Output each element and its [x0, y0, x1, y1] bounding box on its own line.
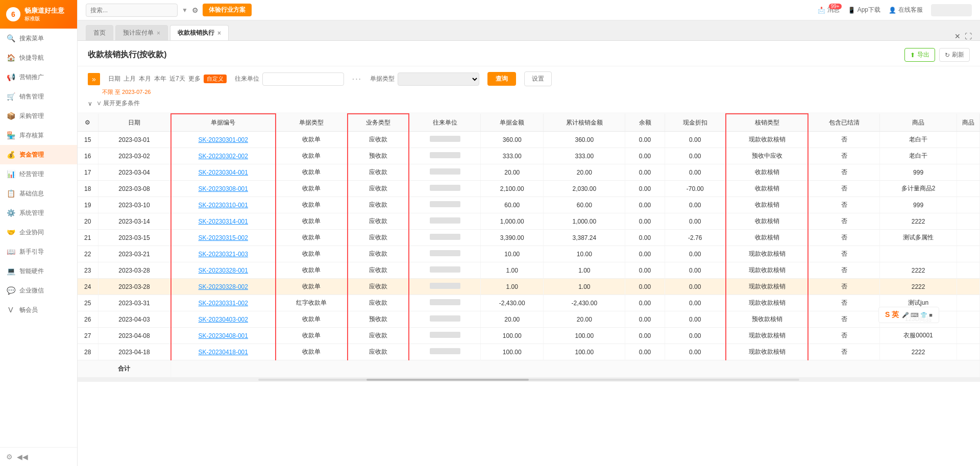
sidebar-item-operation[interactable]: 📊 经营管理 — [0, 164, 77, 184]
col-doc-no[interactable]: 单据编号 — [171, 114, 276, 132]
close-all-icon[interactable]: ✕ — [954, 32, 961, 40]
breadcrumb-input[interactable] — [86, 4, 178, 17]
cell-biz-type: 预收款 — [348, 311, 409, 328]
query-button[interactable]: 查询 — [487, 72, 516, 86]
doc-no-link[interactable]: SK-20230331-002 — [199, 300, 248, 307]
date-this-month[interactable]: 本月 — [139, 75, 151, 83]
wechat-icon: 💬 — [6, 286, 15, 295]
doc-no-link[interactable]: SK-20230321-003 — [199, 251, 248, 258]
tab-collection-label: 收款核销执行 — [178, 29, 214, 37]
sidebar-item-guide[interactable]: 📖 新手引导 — [0, 242, 77, 261]
doc-no-link[interactable]: SK-20230408-001 — [199, 332, 248, 339]
cell-goods1: 999 — [880, 164, 957, 181]
tab-collection[interactable]: 收款核销执行 × — [170, 25, 229, 40]
col-goods1[interactable]: 商品 — [880, 114, 957, 132]
doc-no-link[interactable]: SK-20230314-001 — [199, 218, 248, 225]
date-7days[interactable]: 近7天 — [169, 75, 185, 83]
col-goods2[interactable]: 商品 — [957, 114, 980, 132]
tab-prepay-close[interactable]: × — [157, 30, 160, 37]
sidebar-item-sales[interactable]: 🛒 销售管理 — [0, 87, 77, 106]
col-include-settled[interactable]: 包含已结清 — [808, 114, 879, 132]
tab-prepay[interactable]: 预计应付单 × — [115, 25, 168, 40]
col-cumulative[interactable]: 累计核销金额 — [544, 114, 625, 132]
sidebar-item-purchase[interactable]: 📦 采购管理 — [0, 106, 77, 126]
cell-cumulative: 1,000.00 — [544, 213, 625, 230]
sidebar-item-wechat[interactable]: 💬 企业微信 — [0, 281, 77, 300]
col-doc-type[interactable]: 单据类型 — [276, 114, 348, 132]
table-row: 28 2023-04-18 SK-20230418-001 收款单 应收款 10… — [78, 344, 980, 360]
collapse-icon[interactable]: ◀◀ — [17, 453, 28, 461]
sidebar-item-system[interactable]: ⚙️ 系统管理 — [0, 203, 77, 223]
sidebar-item-finance[interactable]: 💰 资金管理 — [0, 145, 77, 164]
doc-no-link[interactable]: SK-20230418-001 — [199, 349, 248, 356]
doc-no-link[interactable]: SK-20230403-002 — [199, 316, 248, 323]
cell-cancel-type: 现款收款核销 — [726, 279, 808, 295]
table-header: ⚙ 日期 单据编号 单据类型 业务类型 往来单位 单据金额 累计核销金额 余额 … — [78, 114, 980, 132]
cell-discount: 0.00 — [665, 344, 726, 360]
tab-collection-close[interactable]: × — [217, 30, 221, 37]
cell-biz-type: 应收款 — [348, 344, 409, 360]
sidebar-item-member[interactable]: V 畅会员 — [0, 300, 77, 320]
tab-home[interactable]: 首页 — [86, 25, 113, 40]
cell-balance: 0.00 — [625, 213, 665, 230]
col-partner[interactable]: 往来单位 — [409, 114, 480, 132]
cell-cancel-type: 收款核销 — [726, 213, 808, 230]
filter-expand-btn[interactable]: » — [88, 73, 100, 85]
doc-no-link[interactable]: SK-20230310-001 — [199, 202, 248, 209]
settings-footer-icon[interactable]: ⚙ — [6, 453, 13, 461]
date-range-text: 不限 至 2023-07-26 — [102, 89, 151, 95]
sidebar-item-inventory[interactable]: 🏪 库存核算 — [0, 126, 77, 145]
sidebar-item-marketing[interactable]: 📢 营销推广 — [0, 67, 77, 87]
partner-input[interactable] — [262, 72, 344, 86]
date-last-month[interactable]: 上月 — [124, 75, 136, 83]
doc-no-link[interactable]: SK-20230302-002 — [199, 153, 248, 160]
settings-button[interactable]: 设置 — [524, 71, 552, 86]
col-date[interactable]: 日期 — [98, 114, 171, 132]
content-area: 收款核销执行(按收款) ⬆ 导出 ↻ 刷新 » 日期 上月 — [78, 41, 980, 466]
doc-no-link[interactable]: SK-20230328-002 — [199, 283, 248, 290]
doc-no-link[interactable]: SK-20230308-001 — [199, 185, 248, 192]
date-more[interactable]: 更多 — [188, 75, 201, 83]
expand-icon[interactable]: ⛶ — [965, 32, 972, 40]
doc-type-select[interactable] — [398, 72, 479, 86]
horizontal-scrollbar[interactable] — [78, 378, 980, 382]
cell-goods1: 2222 — [880, 262, 957, 279]
solution-button[interactable]: 体验行业方案 — [203, 4, 252, 16]
sidebar-item-search[interactable]: 🔍 搜索菜单 — [0, 29, 77, 48]
doc-no-link[interactable]: SK-20230304-001 — [199, 169, 248, 176]
cell-cancel-type: 收款核销 — [726, 181, 808, 197]
scroll-thumb[interactable] — [366, 379, 529, 381]
doc-no-link[interactable]: SK-20230328-001 — [199, 267, 248, 274]
table-row: 26 2023-04-03 SK-20230403-002 收款单 预收款 20… — [78, 311, 980, 328]
refresh-button[interactable]: ↻ 刷新 — [939, 48, 970, 62]
header-gear-icon[interactable]: ⚙ — [192, 6, 199, 14]
sidebar-item-hardware[interactable]: 💻 智能硬件 — [0, 261, 77, 281]
notification-area[interactable]: 📩 消息 99+ — [818, 6, 840, 14]
export-button[interactable]: ⬆ 导出 — [904, 48, 935, 62]
expand-more-btn[interactable]: ∨ ∨ 展开更多条件 — [88, 99, 140, 108]
date-this-year[interactable]: 本年 — [154, 75, 166, 83]
cell-doc-no: SK-20230328-002 — [171, 279, 276, 295]
col-discount[interactable]: 现金折扣 — [665, 114, 726, 132]
doc-no-link[interactable]: SK-20230301-002 — [199, 136, 248, 143]
col-settings[interactable]: ⚙ — [78, 114, 98, 132]
cell-index: 17 — [78, 164, 98, 181]
cell-include-settled: 否 — [808, 148, 879, 164]
date-custom-btn[interactable]: 自定义 — [204, 75, 227, 83]
cell-partner — [409, 148, 480, 164]
sidebar-item-sales-label: 销售管理 — [19, 92, 44, 101]
app-download-btn[interactable]: 📱 App下载 — [848, 6, 880, 14]
col-amount[interactable]: 单据金额 — [481, 114, 544, 132]
sidebar-item-quick-nav[interactable]: 🏠 快捷导航 — [0, 48, 77, 67]
col-biz-type[interactable]: 业务类型 — [348, 114, 409, 132]
col-cancel-type[interactable]: 核销类型 — [726, 114, 808, 132]
col-balance[interactable]: 余额 — [625, 114, 665, 132]
cell-goods2 — [957, 132, 980, 148]
sidebar-item-basic[interactable]: 📋 基础信息 — [0, 184, 77, 203]
online-service-btn[interactable]: 👤 在线客服 — [889, 6, 923, 14]
cell-cumulative: 360.00 — [544, 132, 625, 148]
cell-partner — [409, 164, 480, 181]
doc-no-link[interactable]: SK-20230315-002 — [199, 234, 248, 241]
sidebar-item-enterprise[interactable]: 🤝 企业协同 — [0, 223, 77, 242]
cell-cancel-type: 现款收款核销 — [726, 344, 808, 360]
